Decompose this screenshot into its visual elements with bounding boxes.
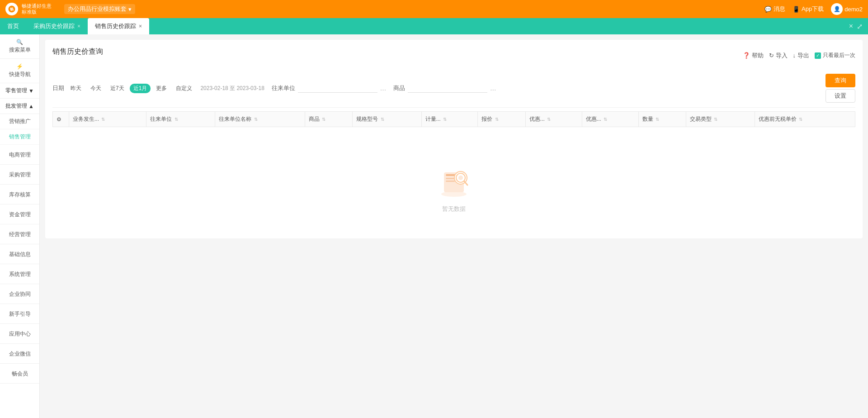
company-dropdown[interactable]: 办公用品行业模拟账套 ▾ (64, 4, 135, 14)
table-header-biz-date[interactable]: 业务发生... ⇅ (69, 112, 146, 127)
date-chip-7days[interactable]: 近7天 (107, 84, 128, 93)
tab-close-purchase[interactable]: × (77, 23, 80, 29)
table-header-partner-name[interactable]: 往来单位名称 ⇅ (215, 112, 305, 127)
tab-purchase-history[interactable]: 采购历史价跟踪 × (26, 18, 88, 34)
table-header-row: ⚙ 业务发生... ⇅ 往来单位 ⇅ 往来单位名称 ⇅ (53, 112, 855, 127)
svg-text:畅: 畅 (10, 7, 14, 11)
empty-text: 暂无数据 (442, 205, 466, 213)
sort-icon: ⇅ (443, 117, 447, 122)
sort-icon: ⇅ (101, 117, 105, 122)
date-filter-group: 日期 昨天 今天 近7天 近1月 更多 自定义 2023-02-18 至 202… (52, 84, 264, 93)
filter-actions: 查询 设置 (826, 74, 855, 103)
content-area: 销售历史价查询 ❓ 帮助 ↻ 导入 ↓ 导出 ✓ (40, 34, 868, 418)
sort-icon: ⇅ (547, 117, 551, 122)
sidebar: 🔍 搜索菜单 ⚡ 快捷导航 零售管理 ▼ 批发管理 ▲ 营销推广 销售管理 电商… (0, 34, 40, 418)
table-header-spec[interactable]: 规格型号 ⇅ (353, 112, 421, 127)
tab-close-sales[interactable]: × (139, 23, 142, 29)
data-table: ⚙ 业务发生... ⇅ 往来单位 ⇅ 往来单位名称 ⇅ (52, 111, 855, 127)
date-chip-yesterday[interactable]: 昨天 (67, 84, 85, 93)
settings-button[interactable]: 设置 (826, 89, 855, 103)
sidebar-item-finance[interactable]: 资金管理 (0, 204, 39, 224)
sidebar-item-basic[interactable]: 基础信息 (0, 244, 39, 264)
export-button[interactable]: ↓ 导出 (793, 52, 810, 60)
tab-bar: 首页 采购历史价跟踪 × 销售历史价跟踪 × × ⤢ (0, 18, 868, 34)
customer-filter-group: 往来单位 ... (272, 84, 386, 93)
sidebar-item-system[interactable]: 系统管理 (0, 264, 39, 284)
chevron-down-icon: ▼ (28, 88, 34, 94)
sidebar-item-membership[interactable]: 畅会员 (0, 364, 39, 384)
sidebar-item-inventory[interactable]: 库存核算 (0, 185, 39, 204)
message-icon: 💬 (764, 6, 772, 13)
toolbar-right: ❓ 帮助 ↻ 导入 ↓ 导出 ✓ 只看最后一次 (743, 52, 856, 60)
page-card: 销售历史价查询 ❓ 帮助 ↻ 导入 ↓ 导出 ✓ (45, 40, 863, 238)
date-chip-more[interactable]: 更多 (152, 84, 170, 93)
date-chip-1month[interactable]: 近1月 (130, 84, 151, 93)
svg-point-10 (458, 176, 463, 180)
close-all-tabs-button[interactable]: × (849, 22, 853, 30)
only-last-checkbox[interactable]: ✓ 只看最后一次 (815, 52, 855, 59)
sidebar-item-purchase[interactable]: 采购管理 (0, 165, 39, 185)
help-icon: ❓ (743, 52, 750, 59)
date-chips: 昨天 今天 近7天 近1月 更多 自定义 (67, 84, 196, 93)
logo-text: 畅捷通好生意 标准版 (22, 3, 52, 15)
chevron-up-icon: ▲ (28, 103, 34, 109)
product-filter-group: 商品 ... (393, 84, 496, 93)
avatar: 👤 (831, 3, 843, 15)
sidebar-item-wechat[interactable]: 企业微信 (0, 344, 39, 364)
app-download-button[interactable]: 📱 App下载 (793, 5, 824, 13)
sidebar-item-sales-mgmt[interactable]: 销售管理 (0, 129, 39, 145)
user-menu[interactable]: 👤 demo2 (831, 3, 863, 15)
table-header-discount1[interactable]: 优惠... ⇅ (525, 112, 582, 127)
sort-icon: ⇅ (714, 117, 717, 122)
sidebar-item-guide[interactable]: 新手引导 (0, 304, 39, 324)
download-icon: 📱 (793, 6, 800, 13)
table-header-discount2[interactable]: 优惠... ⇅ (582, 112, 638, 127)
gear-icon: ⚙ (57, 116, 61, 123)
empty-state: 暂无数据 (52, 127, 855, 231)
sort-icon: ⇅ (656, 117, 659, 122)
tab-sales-history[interactable]: 销售历史价跟踪 × (88, 18, 149, 34)
date-chip-today[interactable]: 今天 (87, 84, 105, 93)
top-bar: 畅 畅捷通好生意 标准版 办公用品行业模拟账套 ▾ 💬 消息 📱 App下载 👤… (0, 0, 868, 18)
sidebar-item-wholesale[interactable]: 批发管理 ▲ (0, 99, 39, 114)
sort-icon: ⇅ (604, 117, 607, 122)
sidebar-item-retail[interactable]: 零售管理 ▼ (0, 83, 39, 99)
logo-icon: 畅 (5, 3, 18, 15)
date-chip-custom[interactable]: 自定义 (172, 84, 196, 93)
sidebar-item-shortcuts[interactable]: ⚡ 快捷导航 (0, 59, 39, 83)
product-picker-button[interactable]: ... (490, 84, 496, 92)
help-button[interactable]: ❓ 帮助 (743, 52, 764, 60)
sidebar-item-search[interactable]: 🔍 搜索菜单 (0, 34, 39, 59)
customer-picker-button[interactable]: ... (380, 84, 386, 92)
table-header-quantity[interactable]: 数量 ⇅ (638, 112, 686, 127)
maximize-button[interactable]: ⤢ (857, 22, 863, 31)
product-input[interactable] (408, 84, 487, 93)
customer-input[interactable] (298, 84, 377, 93)
table-header-gear[interactable]: ⚙ (53, 112, 69, 127)
message-button[interactable]: 💬 消息 (764, 5, 785, 13)
date-range-display: 2023-02-18 至 2023-03-18 (200, 85, 264, 92)
sidebar-item-ecommerce[interactable]: 电商管理 (0, 145, 39, 165)
main-layout: 🔍 搜索菜单 ⚡ 快捷导航 零售管理 ▼ 批发管理 ▲ 营销推广 销售管理 电商… (0, 34, 868, 418)
sort-icon: ⇅ (495, 117, 499, 122)
table-header-partner-code[interactable]: 往来单位 ⇅ (146, 112, 215, 127)
query-button[interactable]: 查询 (826, 74, 855, 87)
tab-home[interactable]: 首页 (0, 18, 26, 34)
sidebar-item-apps[interactable]: 应用中心 (0, 324, 39, 344)
table-header-trade-type[interactable]: 交易类型 ⇅ (686, 112, 755, 127)
sort-icon: ⇅ (322, 117, 326, 122)
svg-rect-6 (446, 180, 455, 182)
search-icon: 🔍 (16, 39, 23, 45)
sidebar-item-marketing[interactable]: 营销推广 (0, 114, 39, 129)
empty-illustration (436, 163, 472, 200)
table-header-unit[interactable]: 计量... ⇅ (421, 112, 478, 127)
table-header-product[interactable]: 商品 ⇅ (305, 112, 353, 127)
import-button[interactable]: ↻ 导入 (769, 52, 788, 60)
sidebar-item-operations[interactable]: 经营管理 (0, 224, 39, 244)
table-header-pre-tax[interactable]: 优惠前无税单价 ⇅ (755, 112, 855, 127)
sidebar-item-enterprise[interactable]: 企业协同 (0, 284, 39, 304)
export-icon: ↓ (793, 52, 796, 59)
filter-bar: 日期 昨天 今天 近7天 近1月 更多 自定义 2023-02-18 至 202… (52, 69, 855, 108)
tab-bar-actions: × ⤢ (849, 22, 868, 31)
table-header-price[interactable]: 报价 ⇅ (478, 112, 525, 127)
